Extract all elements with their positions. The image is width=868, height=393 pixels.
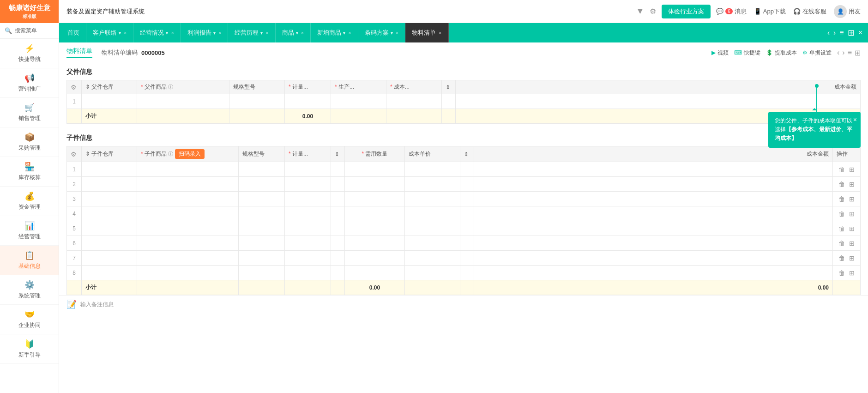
child-sort2-cell[interactable] — [460, 221, 474, 236]
child-sort-cell[interactable] — [331, 192, 345, 206]
child-unit-cost-cell[interactable] — [405, 266, 460, 280]
tab-close-all-icon[interactable]: × — [858, 29, 862, 37]
tooltip-close-btn[interactable]: × — [853, 115, 857, 125]
delete-icon[interactable]: 🗑 — [838, 166, 845, 173]
list-view-icon[interactable]: ≡ — [848, 48, 852, 57]
child-cost-amount-cell[interactable] — [474, 192, 833, 206]
trial-btn[interactable]: 体验行业方案 — [662, 5, 711, 18]
child-spec-cell[interactable] — [239, 221, 285, 236]
child-goods-cell[interactable] — [137, 251, 239, 266]
tab-close-icon[interactable]: × — [124, 30, 127, 36]
note-placeholder[interactable]: 输入备注信息 — [80, 301, 114, 308]
sidebar-search[interactable]: 🔍 搜索菜单 — [0, 23, 59, 39]
message-item[interactable]: 💬 6 消息 — [716, 7, 747, 16]
child-quantity-cell[interactable] — [345, 177, 405, 192]
child-sort-cell[interactable] — [331, 266, 345, 280]
child-cost-amount-cell[interactable] — [474, 266, 833, 280]
parent-spec-cell[interactable] — [229, 94, 285, 109]
sidebar-item-purchase[interactable]: 📦 采购管理 — [0, 127, 59, 157]
sidebar-item-system[interactable]: ⚙️ 系统管理 — [0, 275, 59, 305]
prev-record-icon[interactable]: ‹ — [837, 48, 839, 57]
child-unit-cost-cell[interactable] — [405, 221, 460, 236]
child-warehouse-cell[interactable] — [82, 162, 137, 177]
parent-sort-cell[interactable] — [442, 94, 456, 109]
child-sort-cell[interactable] — [331, 206, 345, 221]
parent-cost-amount-cell[interactable] — [456, 94, 861, 109]
tab-next-icon[interactable]: › — [833, 29, 836, 37]
child-spec-cell[interactable] — [239, 266, 285, 280]
child-cost-amount-cell[interactable] — [474, 206, 833, 221]
child-col-settings[interactable]: ⚙ — [67, 146, 82, 162]
child-sort-cell[interactable] — [331, 251, 345, 266]
child-sort2-cell[interactable] — [460, 266, 474, 280]
copy-icon[interactable]: ⊞ — [849, 195, 855, 203]
shortcut-action[interactable]: ⌨ 快捷键 — [734, 49, 760, 57]
child-spec-cell[interactable] — [239, 177, 285, 192]
child-unit-cost-cell[interactable] — [405, 206, 460, 221]
child-sort-cell[interactable] — [331, 162, 345, 177]
tab-history[interactable]: 经营历程 ▾ × — [228, 23, 275, 42]
parent-unit-cell[interactable] — [285, 94, 331, 109]
app-download-item[interactable]: 📱 App下载 — [754, 7, 786, 16]
expand-icon[interactable]: ⊞ — [855, 48, 861, 57]
scan-button[interactable]: 扫码录入 — [175, 149, 205, 159]
tab-home[interactable]: 首页 — [61, 23, 86, 42]
child-sort2-cell[interactable] — [460, 162, 474, 177]
online-service-item[interactable]: 🎧 在线客服 — [793, 7, 826, 16]
child-goods-cell[interactable] — [137, 162, 239, 177]
copy-icon[interactable]: ⊞ — [849, 240, 855, 247]
tab-barcode[interactable]: 条码方案 ▾ × — [358, 23, 405, 42]
child-quantity-cell[interactable] — [345, 251, 405, 266]
dropdown-arrow-icon[interactable]: ▼ — [636, 6, 644, 16]
child-spec-cell[interactable] — [239, 206, 285, 221]
child-sort-cell[interactable] — [331, 221, 345, 236]
child-warehouse-cell[interactable] — [82, 251, 137, 266]
next-record-icon[interactable]: › — [842, 48, 844, 57]
tab-fullscreen-icon[interactable]: ⊞ — [848, 28, 855, 38]
sidebar-item-enterprise[interactable]: 🤝 企业协同 — [0, 305, 59, 334]
parent-goods-cell[interactable] — [137, 94, 229, 109]
child-sort2-cell[interactable] — [460, 177, 474, 192]
child-cost-amount-cell[interactable] — [474, 251, 833, 266]
child-quantity-cell[interactable] — [345, 162, 405, 177]
child-cost-amount-cell[interactable] — [474, 236, 833, 251]
child-unit-cell[interactable] — [285, 162, 331, 177]
child-unit-cost-cell[interactable] — [405, 177, 460, 192]
sidebar-item-sales[interactable]: 🛒 销售管理 — [0, 98, 59, 127]
sidebar-item-basic-info[interactable]: 📋 基础信息 — [0, 246, 59, 275]
child-goods-cell[interactable] — [137, 266, 239, 280]
child-goods-cell[interactable] — [137, 221, 239, 236]
child-sort-cell[interactable] — [331, 177, 345, 192]
child-unit-cost-cell[interactable] — [405, 251, 460, 266]
tab-close-icon[interactable]: × — [218, 30, 221, 36]
sidebar-item-operations[interactable]: 📊 经营管理 — [0, 216, 59, 246]
delete-icon[interactable]: 🗑 — [838, 254, 845, 262]
child-unit-cell[interactable] — [285, 177, 331, 192]
parent-cost-cell[interactable] — [386, 94, 442, 109]
child-unit-cell[interactable] — [285, 236, 331, 251]
child-quantity-cell[interactable] — [345, 236, 405, 251]
child-sort2-cell[interactable] — [460, 206, 474, 221]
delete-icon[interactable]: 🗑 — [838, 240, 845, 247]
child-cost-amount-cell[interactable] — [474, 162, 833, 177]
copy-icon[interactable]: ⊞ — [849, 225, 855, 232]
tab-prev-icon[interactable]: ‹ — [827, 29, 830, 37]
child-quantity-cell[interactable] — [345, 221, 405, 236]
child-unit-cell[interactable] — [285, 221, 331, 236]
copy-icon[interactable]: ⊞ — [849, 269, 855, 277]
child-sort2-cell[interactable] — [460, 192, 474, 206]
child-quantity-cell[interactable] — [345, 206, 405, 221]
settings-action[interactable]: ⚙ 单据设置 — [802, 49, 832, 57]
child-goods-cell[interactable] — [137, 206, 239, 221]
delete-icon[interactable]: 🗑 — [838, 210, 845, 218]
sidebar-item-guide[interactable]: 🔰 新手引导 — [0, 334, 59, 364]
copy-icon[interactable]: ⊞ — [849, 210, 855, 218]
cost-action[interactable]: 💲 提取成本 — [766, 49, 797, 57]
child-spec-cell[interactable] — [239, 162, 285, 177]
tab-close-icon[interactable]: × — [265, 30, 268, 36]
tab-goods[interactable]: 商品 ▾ × — [276, 23, 311, 42]
sidebar-item-marketing[interactable]: 📢 营销推广 — [0, 68, 59, 98]
child-warehouse-cell[interactable] — [82, 221, 137, 236]
child-unit-cell[interactable] — [285, 206, 331, 221]
parent-production-cell[interactable] — [331, 94, 386, 109]
